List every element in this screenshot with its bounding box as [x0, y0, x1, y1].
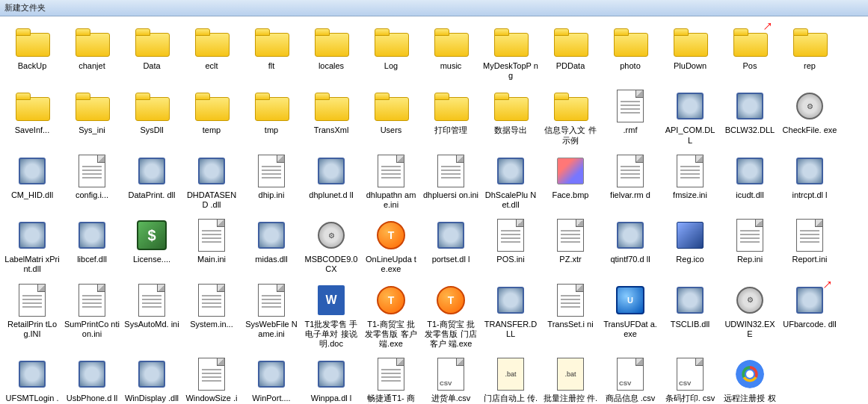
file-item-PluDown[interactable]: PluDown — [661, 21, 719, 84]
file-item-商品信息_csv[interactable]: CSV商品信息 .csv — [601, 353, 659, 404]
file-item-进货单_csv[interactable]: CSV进货单.csv — [422, 353, 480, 404]
file-label-flt: flt — [268, 61, 275, 71]
file-item-rmf[interactable]: .rmf — [601, 85, 659, 148]
file-icon-OnLineUpdate_exe: T — [373, 217, 409, 253]
file-item-Winppa_dll[interactable]: Winppa.dl l — [302, 353, 360, 404]
file-item-fielvar_rmf[interactable]: fielvar.rm d — [601, 150, 659, 213]
file-item-TRANSFER_DLL[interactable]: TRANSFER.D LL — [481, 279, 540, 352]
file-item-TransUFData_exe[interactable]: UTransUFDat a.exe — [601, 279, 659, 352]
file-item-config_i[interactable]: config.i... — [63, 150, 121, 213]
file-item-DataPrint_dll[interactable]: DataPrint. dll — [123, 150, 181, 213]
file-item-dhplupathname_ini[interactable]: dhlupathn ame.ini — [362, 150, 420, 213]
file-item-rep[interactable]: rep — [781, 21, 839, 84]
file-item-Pos[interactable]: ↑Pos — [721, 21, 779, 84]
file-item-Report_ini[interactable]: Report.ini — [781, 214, 839, 277]
file-label-Main_ini: Main.ini — [197, 255, 226, 264]
file-item-POS_ini[interactable]: POS.ini — [481, 214, 540, 277]
file-item-dhpluversion_ini[interactable]: dhpluersi on.ini — [422, 150, 480, 213]
file-item-UFSMTLogin_dll[interactable]: UFSMTLogin .dll — [3, 353, 61, 404]
file-label-TransUFData_exe: TransUFDat a.exe — [603, 320, 658, 339]
file-item-UsbPhone_dll[interactable]: UsbPhone.d ll — [63, 353, 121, 404]
file-item-photo[interactable]: photo — [601, 21, 659, 84]
file-label-DataPrint_dll: DataPrint. dll — [129, 190, 176, 200]
file-item-条码打印_csv[interactable]: CSV条码打印. csv — [661, 353, 719, 404]
file-item-TransXml[interactable]: TransXml — [302, 85, 360, 148]
file-item-门店自动上传[interactable]: .bat门店自动上 传.exe — [481, 353, 540, 404]
file-item-Face_bmp[interactable]: Face.bmp — [541, 150, 600, 213]
file-item-eclt[interactable]: eclt — [182, 21, 241, 84]
file-label-MyDeskTopPng: MyDeskTopP ng — [483, 61, 538, 81]
file-item-UFbarcode_dll[interactable]: ↑UFbarcode. dll — [781, 279, 839, 352]
file-item-System_in[interactable]: System.in... — [182, 279, 241, 352]
file-icon-条码打印_csv: CSV — [672, 356, 708, 392]
file-label-PZ_xtr: PZ.xtr — [559, 255, 581, 264]
file-icon-qtintf70_dll — [612, 217, 648, 253]
file-item-portset_dll[interactable]: portset.dl l — [422, 214, 480, 277]
file-item-RetailPrintLog_INI[interactable]: RetailPrin tLog.INI — [3, 279, 61, 352]
file-item-flt[interactable]: flt — [242, 21, 301, 84]
file-item-CM_HID_dll[interactable]: CM_HID.dll — [3, 150, 61, 213]
file-item-SysDll[interactable]: SysDll — [123, 85, 181, 148]
file-item-T1商贸宝批发零售版门店客户端[interactable]: TT1-商贸宝 批发零售版 门店客户 端.exe — [422, 279, 480, 352]
file-item-data-export[interactable]: 数据导出 — [481, 85, 540, 148]
file-item-BackUp[interactable]: BackUp — [3, 21, 61, 84]
file-label-UFbarcode_dll: UFbarcode. dll — [783, 320, 837, 329]
file-item-Data[interactable]: Data — [123, 21, 181, 84]
file-item-print-mgmt[interactable]: 打印管理 — [422, 85, 480, 148]
file-label-tmp: tmp — [265, 125, 278, 135]
file-item-intrcpt_dl[interactable]: intrcpt.dl l — [781, 150, 839, 213]
file-item-Log[interactable]: Log — [362, 21, 420, 84]
file-item-TSCLIB_dll[interactable]: TSCLIB.dll — [661, 279, 719, 352]
file-item-SumPrintContion_ini[interactable]: SumPrintCo ntion.ini — [63, 279, 121, 352]
file-item-DHDATASEND_dll[interactable]: DHDATASEND .dll — [182, 150, 241, 213]
file-item-locales[interactable]: locales — [302, 21, 360, 84]
file-item-API_COM_DL_L[interactable]: API_COM.DL L — [661, 85, 719, 148]
file-item-WinDisplay_dll[interactable]: WinDisplay .dll — [123, 353, 181, 404]
file-item-SysAutoMd_ini[interactable]: SysAutoMd. ini — [123, 279, 181, 352]
file-item-SaveInfo[interactable]: SaveInf... — [3, 85, 61, 148]
file-icon-photo — [612, 24, 648, 60]
file-item-License_o[interactable]: $License.... — [123, 214, 181, 277]
file-item-music[interactable]: music — [422, 21, 480, 84]
file-item-tmp[interactable]: tmp — [242, 85, 301, 148]
file-item-MSBCODE9_0_CX[interactable]: ⚙MSBCODE9.0 CX — [302, 214, 360, 277]
file-item-dhplunet_d[interactable]: dhplunet.d ll — [302, 150, 360, 213]
file-item-Reg_ico[interactable]: Reg.ico — [661, 214, 719, 277]
file-item-远程注册授权[interactable]: 远程注册授 权 — [721, 353, 779, 404]
file-item-chanjet[interactable]: chanjet — [63, 21, 121, 84]
file-item-PZ_xtr[interactable]: PZ.xtr — [541, 214, 600, 277]
file-item-PDData[interactable]: PDData — [541, 21, 600, 84]
file-item-CheckFile_exe[interactable]: ⚙CheckFile. exe — [781, 85, 839, 148]
file-item-midas_dll[interactable]: midas.dll — [242, 214, 301, 277]
file-item-fmsize_ini[interactable]: fmsize.ini — [661, 150, 719, 213]
file-icon-Data — [134, 24, 170, 60]
file-item-icudt_dll[interactable]: icudt.dll — [721, 150, 779, 213]
file-item-DhScalePluNet_dll[interactable]: DhScalePlu Net.dll — [481, 150, 540, 213]
file-item-LabelMatrixPrint_dll[interactable]: LabelMatri xPrint.dll — [3, 214, 61, 277]
file-item-Rep_ini[interactable]: Rep.ini — [721, 214, 779, 277]
file-label-POS_ini: POS.ini — [496, 255, 524, 264]
file-item-MyDeskTopPng[interactable]: MyDeskTopP ng — [481, 21, 540, 84]
file-item-WindowSize_ini[interactable]: WindowSize .ini — [182, 353, 241, 404]
file-item-SysWebFileName_ini[interactable]: SysWebFile Name.ini — [242, 279, 301, 352]
file-item-T1商贸宝批发零售版客户端[interactable]: TT1-商贸宝 批发零售版 客户端.exe — [362, 279, 420, 352]
file-item-Main_ini[interactable]: Main.ini — [182, 214, 241, 277]
file-item-OnLineUpdate_exe[interactable]: TOnLineUpda te.exe — [362, 214, 420, 277]
file-item-Users[interactable]: Users — [362, 85, 420, 148]
file-item-UDWIN32_EXE[interactable]: ⚙UDWIN32.EX E — [721, 279, 779, 352]
file-item-info-import[interactable]: 信息导入文 件示例 — [541, 85, 600, 148]
file-item-批量注册控件[interactable]: .bat批量注册控 件.bat — [541, 353, 600, 404]
file-item-libcef_dll[interactable]: libcef.dll — [63, 214, 121, 277]
file-item-T1批发零售手电子单对接说明[interactable]: WT1批发零售 手电子单对 接说明.doc — [302, 279, 360, 352]
file-item-dhip_ini[interactable]: dhip.ini — [242, 150, 301, 213]
file-item-TransSet_ini[interactable]: TransSet.i ni — [541, 279, 600, 352]
file-item-畅捷通T1[interactable]: 畅捷通T1- 商贸宝批发 零售版.chm — [362, 353, 420, 404]
file-item-Sys_ini[interactable]: Sys_ini — [63, 85, 121, 148]
file-item-temp[interactable]: temp — [182, 85, 241, 148]
file-icon-icudt_dll — [732, 153, 768, 189]
file-item-WinPort_l[interactable]: WinPort.... — [242, 353, 301, 404]
file-item-BCLW32_DLL[interactable]: BCLW32.DLL — [721, 85, 779, 148]
file-item-qtintf70_dll[interactable]: qtintf70.d ll — [601, 214, 659, 277]
file-label-eclt: eclt — [205, 61, 218, 71]
file-icon-UFSMTLogin_dll — [14, 356, 50, 392]
